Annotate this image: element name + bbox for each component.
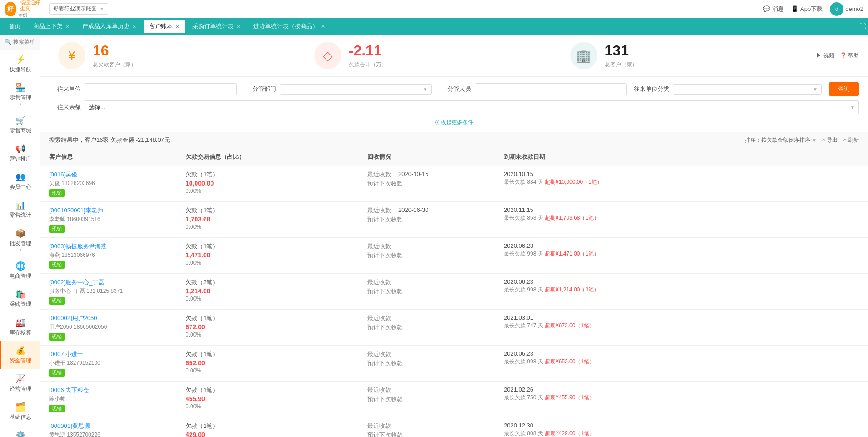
balance-select[interactable]: 选择... ▼ <box>85 100 859 114</box>
logo-area: 好 畅捷通好生意 示例 <box>5 0 45 18</box>
unit-cat-chevron: ▼ <box>813 87 818 92</box>
customer-info-7: [000001]黄思源 黄思源 13552700226 现销 <box>49 422 186 437</box>
tab-home[interactable]: 首页 <box>3 20 26 33</box>
recovery-info-3: 最近收款 预计下次收款 <box>367 278 504 296</box>
user-menu[interactable]: d demo2 <box>830 2 863 16</box>
search-button[interactable]: 查询 <box>829 82 859 96</box>
table-row: [0003]畅捷服务尹海燕 海燕 18513066976 现销 欠款（1笔） 1… <box>40 238 868 274</box>
result-summary: 搜索结果中，客户16家 欠款金额 -21,148.07元 <box>49 136 170 144</box>
tab-expand-icon[interactable]: ⛶ <box>859 23 866 30</box>
user-avatar: d <box>830 2 843 16</box>
overdue-link-6[interactable]: 超期¥455.90（1笔） <box>545 394 595 401</box>
sidebar-item-member[interactable]: 👥 会员中心 <box>0 167 40 196</box>
sidebar-item-retail-mgmt[interactable]: 🏪 零售管理 ▲ <box>0 78 40 111</box>
dept-select[interactable]: ▼ <box>280 84 432 95</box>
from-unit-input[interactable]: ··· <box>85 83 237 95</box>
customer-tag-1: 现销 <box>49 225 65 233</box>
overdue-link-3[interactable]: 超期¥1,214.00（3笔） <box>545 286 599 293</box>
sidebar-search[interactable]: 🔍 搜索菜单 <box>0 35 40 50</box>
sidebar-item-finance[interactable]: 💰 资金管理 <box>0 341 40 369</box>
customer-name-4[interactable]: [000002]用户2050 <box>49 314 186 322</box>
retail-stats-icon: 📊 <box>15 200 25 210</box>
overdue-link-5[interactable]: 超期¥652.00（1笔） <box>545 358 595 365</box>
ecommerce-icon: 🌐 <box>15 261 25 271</box>
help-btn[interactable]: ❓ 帮助 <box>840 52 859 60</box>
col-customer-info: 客户信息 <box>49 153 186 161</box>
customer-info-5: [0007]小进干 小进干 18279152100 现销 <box>49 350 186 377</box>
main-content: 🔍 搜索菜单 ⚡ 快捷导航 🏪 零售管理 ▲ 🛒 零售商城 📢 营销推广 � <box>0 35 868 437</box>
tab-close-products[interactable]: ✕ <box>65 24 70 30</box>
collapse-btn[interactable]: ⟨⟨ 收起更多条件 <box>49 119 859 126</box>
debt-amount-2[interactable]: 1,471.00 <box>186 251 367 259</box>
customer-info-2: [0003]畅捷服务尹海燕 海燕 18513066976 现销 <box>49 242 186 269</box>
sidebar-item-batch-mgmt[interactable]: 📦 批发管理 ▼ <box>0 224 40 256</box>
tab-customer-account[interactable]: 客户账本 ✕ <box>144 20 185 33</box>
export-btn[interactable]: ○ 导出 <box>822 136 838 144</box>
sidebar-item-inventory[interactable]: 🏭 库存核算 <box>0 313 40 341</box>
debt-amount-4[interactable]: 672.00 <box>186 323 367 331</box>
tab-close-customer[interactable]: ✕ <box>176 24 180 30</box>
filter-unit-category: 往来单位分类 ▼ <box>634 84 822 95</box>
sidebar-item-sys[interactable]: ⚙️ 系统管理 <box>0 426 40 437</box>
debt-amount-3[interactable]: 1,214.00 <box>186 287 367 295</box>
customer-name-3[interactable]: [0002]服务中心_丁磊 <box>49 278 186 286</box>
refresh-btn[interactable]: ○ 刷新 <box>843 136 859 144</box>
sidebar-item-retail-stats[interactable]: 📊 零售统计 <box>0 196 40 224</box>
tab-close-purchase[interactable]: ✕ <box>236 24 241 30</box>
video-btn[interactable]: ▶ 视频 <box>816 52 834 60</box>
sort-chevron: ▼ <box>812 138 817 143</box>
unit-category-select[interactable]: ▼ <box>673 84 822 95</box>
message-btn[interactable]: 💬 消息 <box>763 5 784 13</box>
sidebar-item-ecommerce[interactable]: 🌐 电商管理 <box>0 256 40 285</box>
customer-name-7[interactable]: [000001]黄思源 <box>49 422 186 430</box>
tab-purchase-order[interactable]: 采购订单统计表 ✕ <box>187 20 246 33</box>
col-recovery: 回收情况 <box>367 153 504 161</box>
debt-amount-5[interactable]: 652.00 <box>186 359 367 367</box>
sidebar-item-ops[interactable]: 📈 经营管理 <box>0 369 40 397</box>
industry-selector[interactable]: 母婴行业演示账套 ▼ <box>49 3 108 15</box>
from-unit-label: 往来单位 <box>49 85 81 93</box>
sidebar-item-purchase[interactable]: 🛍️ 采购管理 <box>0 285 40 313</box>
debt-info-1: 欠款（1笔） 1,703.68 0.00% <box>186 206 367 230</box>
overdue-link-0[interactable]: 超期¥10,000.00（1笔） <box>545 179 602 185</box>
debt-amount-0[interactable]: 10,000.00 <box>186 180 367 187</box>
sidebar-item-basic-info[interactable]: 🗂️ 基础信息 <box>0 397 40 426</box>
sidebar-item-quick-nav[interactable]: ⚡ 快捷导航 <box>0 50 40 78</box>
overdue-link-2[interactable]: 超期¥1,471.00（1笔） <box>545 251 599 257</box>
app-download-btn[interactable]: 📱 App下载 <box>791 5 823 13</box>
table-row: [0001020001]李老师 李老师 18600391516 现销 欠款（1笔… <box>40 202 868 238</box>
content-area: ¥ 16 总欠款客户（家） ◇ -2.11 欠款合计（万） 🏢 <box>40 35 868 437</box>
sidebar: 🔍 搜索菜单 ⚡ 快捷导航 🏪 零售管理 ▲ 🛒 零售商城 📢 营销推广 � <box>0 35 40 437</box>
overdue-link-7[interactable]: 超期¥429.00（1笔） <box>545 430 595 437</box>
sidebar-item-retail-mall[interactable]: 🛒 零售商城 <box>0 111 40 139</box>
tab-products[interactable]: 商品上下架 ✕ <box>28 20 75 33</box>
manager-input[interactable]: ··· <box>475 83 627 95</box>
customer-tag-6: 现销 <box>49 405 65 412</box>
sort-select[interactable]: 排序：按欠款金额倒序排序 ▼ <box>745 136 817 144</box>
debt-amount-7[interactable]: 429.00 <box>186 431 367 437</box>
customer-info-4: [000002]用户2050 用户2050 18665062050 现销 <box>49 314 186 341</box>
debt-ratio-0: 0.00% <box>186 188 367 194</box>
inventory-icon: 🏭 <box>15 317 25 327</box>
debt-amount-1[interactable]: 1,703.68 <box>186 216 367 223</box>
tab-import-stats[interactable]: 进货单统计表（按商品） ✕ <box>248 20 331 33</box>
debt-amount-6[interactable]: 455.90 <box>186 395 367 402</box>
tab-close-import[interactable]: ✕ <box>321 24 325 30</box>
customer-info-6: [0006]去下粮仓 陈小帅 现销 <box>49 386 186 412</box>
video-icon: ▶ <box>816 52 822 59</box>
ops-icon: 📈 <box>15 374 25 384</box>
customer-name-0[interactable]: [0016]吴俊 <box>49 171 186 179</box>
tab-close-production[interactable]: ✕ <box>132 24 136 30</box>
sidebar-item-marketing[interactable]: 📢 营销推广 <box>0 139 40 167</box>
overdue-link-4[interactable]: 超期¥672.00（1笔） <box>545 322 595 329</box>
tab-production[interactable]: 产成品入库单历史 ✕ <box>77 20 142 33</box>
customer-name-2[interactable]: [0003]畅捷服务尹海燕 <box>49 242 186 251</box>
table-row: [0016]吴俊 吴俊 13026203696 现销 欠款（1笔） 10,000… <box>40 166 868 202</box>
customer-name-6[interactable]: [0006]去下粮仓 <box>49 386 186 394</box>
customer-name-1[interactable]: [0001020001]李老师 <box>49 206 186 215</box>
customer-name-5[interactable]: [0007]小进干 <box>49 350 186 358</box>
customer-info-0: [0016]吴俊 吴俊 13026203696 现销 <box>49 171 186 197</box>
overdue-link-1[interactable]: 超期¥1,703.68（1笔） <box>545 215 599 221</box>
recovery-info-7: 最近收款 预计下次收款 <box>367 422 504 437</box>
tab-minimize-icon[interactable]: — <box>849 23 856 30</box>
